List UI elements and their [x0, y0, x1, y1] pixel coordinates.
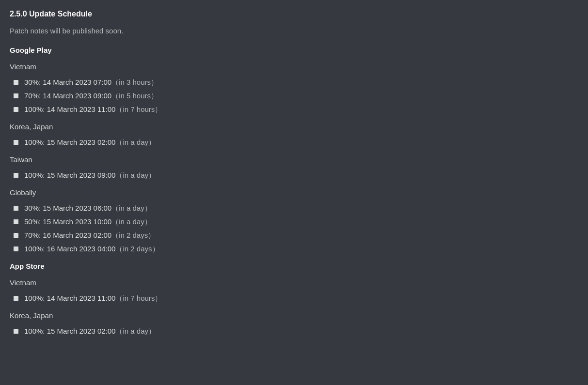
schedule-time: 30%: 14 March 2023 07:00	[24, 77, 111, 88]
store-title-0: Google Play	[10, 45, 578, 56]
schedule-time: 100%: 15 March 2023 02:00	[24, 137, 115, 148]
bullet-icon	[14, 219, 18, 224]
bullet-icon	[14, 140, 18, 145]
region-title-0-1: Korea, Japan	[10, 121, 578, 133]
relative-time: （in a day）	[115, 169, 156, 181]
list-item: 30%: 14 March 2023 07:00 （in 3 hours）	[14, 76, 578, 89]
region-title-0-3: Globally	[10, 187, 578, 199]
schedule-list-0-0: 30%: 14 March 2023 07:00 （in 3 hours）70%…	[10, 76, 578, 116]
list-item: 100%: 14 March 2023 11:00 （in 7 hours）	[14, 292, 578, 305]
relative-time: （in 5 hours）	[111, 90, 158, 102]
schedule-time: 100%: 14 March 2023 11:00	[24, 293, 115, 304]
schedule-list-0-3: 30%: 15 March 2023 06:00 （in a day）50%: …	[10, 201, 578, 256]
schedule-list-1-0: 100%: 14 March 2023 11:00 （in 7 hours）	[10, 292, 578, 305]
relative-time: （in a day）	[115, 137, 156, 148]
schedule-list-0-2: 100%: 15 March 2023 09:00 （in a day）	[10, 169, 578, 182]
bullet-icon	[14, 329, 18, 334]
list-item: 100%: 15 March 2023 09:00 （in a day）	[14, 169, 578, 182]
relative-time: （in 7 hours）	[115, 104, 162, 115]
list-item: 100%: 16 March 2023 04:00 （in 2 days）	[14, 242, 578, 256]
relative-time: （in a day）	[111, 202, 152, 214]
bullet-icon	[14, 173, 18, 178]
relative-time: （in a day）	[115, 325, 156, 337]
relative-time: （in 3 hours）	[111, 77, 158, 88]
schedule-time: 100%: 15 March 2023 02:00	[24, 325, 115, 337]
schedule-list-1-1: 100%: 15 March 2023 02:00 （in a day）	[10, 324, 578, 338]
bullet-icon	[14, 80, 18, 85]
page-container: 2.5.0 Update Schedule Patch notes will b…	[10, 8, 578, 338]
region-title-0-0: Vietnam	[10, 61, 578, 73]
relative-time: （in 7 hours）	[115, 293, 162, 304]
list-item: 100%: 14 March 2023 11:00 （in 7 hours）	[14, 103, 578, 116]
relative-time: （in a day）	[111, 216, 152, 228]
schedule-time: 100%: 16 March 2023 04:00	[24, 243, 115, 255]
schedule-time: 30%: 15 March 2023 06:00	[24, 202, 111, 214]
list-item: 100%: 15 March 2023 02:00 （in a day）	[14, 136, 578, 149]
region-title-0-2: Taiwan	[10, 154, 578, 166]
bullet-icon	[14, 296, 18, 301]
schedule-time: 70%: 16 March 2023 02:00	[24, 230, 111, 241]
list-item: 70%: 16 March 2023 02:00 （in 2 days）	[14, 229, 578, 242]
store-title-1: App Store	[10, 261, 578, 272]
region-title-1-1: Korea, Japan	[10, 310, 578, 322]
schedule-list-0-1: 100%: 15 March 2023 02:00 （in a day）	[10, 136, 578, 149]
bullet-icon	[14, 233, 18, 238]
bullet-icon	[14, 246, 18, 251]
bullet-icon	[14, 107, 18, 112]
store-section-0: Google PlayVietnam30%: 14 March 2023 07:…	[10, 45, 578, 256]
bullet-icon	[14, 206, 18, 211]
relative-time: （in 2 days）	[115, 243, 159, 255]
region-title-1-0: Vietnam	[10, 277, 578, 289]
patch-notes-text: Patch notes will be published soon.	[10, 25, 578, 37]
stores-container: Google PlayVietnam30%: 14 March 2023 07:…	[10, 45, 578, 338]
page-title: 2.5.0 Update Schedule	[10, 8, 578, 20]
list-item: 30%: 15 March 2023 06:00 （in a day）	[14, 201, 578, 215]
schedule-time: 50%: 15 March 2023 10:00	[24, 216, 111, 228]
list-item: 70%: 14 March 2023 09:00 （in 5 hours）	[14, 89, 578, 103]
schedule-time: 100%: 14 March 2023 11:00	[24, 104, 115, 115]
bullet-icon	[14, 93, 18, 98]
schedule-time: 70%: 14 March 2023 09:00	[24, 90, 111, 102]
schedule-time: 100%: 15 March 2023 09:00	[24, 169, 115, 181]
relative-time: （in 2 days）	[111, 230, 155, 241]
list-item: 100%: 15 March 2023 02:00 （in a day）	[14, 324, 578, 338]
store-section-1: App StoreVietnam100%: 14 March 2023 11:0…	[10, 261, 578, 338]
list-item: 50%: 15 March 2023 10:00 （in a day）	[14, 215, 578, 229]
